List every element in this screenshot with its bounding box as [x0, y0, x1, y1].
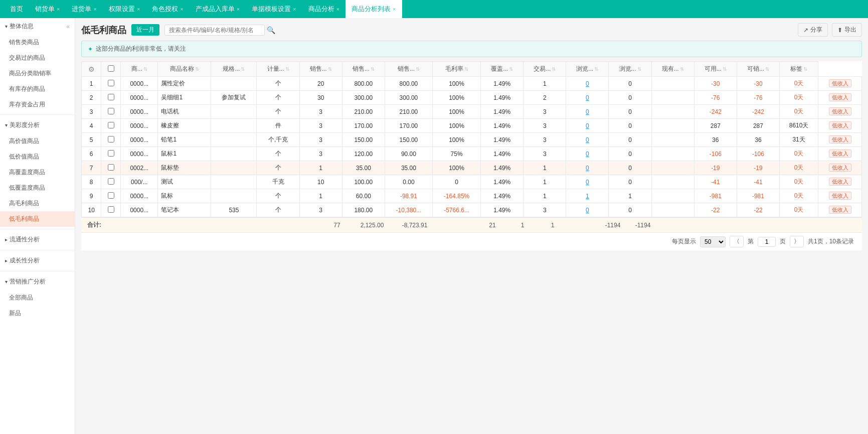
row-trade: 0 [566, 77, 609, 91]
sidebar-item-inventory-capital[interactable]: 库存资金占用 [0, 97, 75, 112]
sidebar-item-low-value[interactable]: 低价值商品 [0, 149, 75, 165]
next-page-button[interactable]: 〉 [790, 236, 804, 247]
prev-page-button[interactable]: 〈 [730, 236, 744, 247]
row-stock1: -242 [694, 105, 737, 119]
row-checkbox[interactable] [101, 175, 121, 189]
row-stock1: 287 [694, 119, 737, 133]
settings-icon-button[interactable]: ⚙ [88, 65, 95, 73]
sidebar-item-sales-products[interactable]: 销售类商品 [0, 35, 75, 50]
sidebar-item-high-value[interactable]: 高价值商品 [0, 133, 75, 149]
row-qty: 3 [299, 105, 342, 119]
sidebar-group-liquidity[interactable]: ▸ 流通性分析 [0, 231, 75, 248]
col-days-header[interactable]: 可销...⇅ [737, 62, 779, 77]
nav-purchase-order[interactable]: 进货单 × [66, 0, 102, 18]
sidebar-item-all-products[interactable]: 全部商品 [0, 290, 75, 306]
select-all-checkbox[interactable] [108, 65, 114, 72]
close-icon[interactable]: × [57, 6, 60, 12]
col-name-header[interactable]: 商品名称⇅ [158, 62, 211, 77]
sidebar-group-marketing[interactable]: ▾ 营销推广分析 [0, 273, 75, 290]
row-tag: 低收入 [818, 147, 862, 161]
sidebar-item-high-coverage[interactable]: 高覆盖度商品 [0, 165, 75, 180]
row-checkbox[interactable] [101, 91, 121, 105]
col-sales-price2-header[interactable]: 销售...⇅ [385, 62, 432, 77]
row-stock2: 36 [737, 133, 779, 147]
sidebar-item-low-margin[interactable]: 低毛利商品 [0, 211, 75, 227]
row-days: 31天 [779, 133, 818, 147]
row-trade: 0 [566, 161, 609, 175]
row-code: 000/... [121, 175, 158, 189]
sidebar-group-overall[interactable]: ▾ 整体信息 « [0, 18, 75, 35]
row-browse1: 0 [609, 119, 651, 133]
period-button[interactable]: 近一月 [131, 24, 159, 36]
col-sales-qty-header[interactable]: 销售...⇅ [299, 62, 342, 77]
sidebar-group-value-analysis[interactable]: ▾ 美彩度分析 [0, 117, 75, 133]
col-unit-header[interactable]: 计量...⇅ [257, 62, 299, 77]
row-code: 0000... [121, 105, 158, 119]
row-checkbox[interactable] [101, 119, 121, 133]
sidebar-item-in-stock[interactable]: 有库存的商品 [0, 81, 75, 97]
nav-sales-order[interactable]: 销货单 × [29, 0, 66, 18]
close-icon[interactable]: × [336, 6, 339, 12]
close-icon[interactable]: × [180, 6, 183, 12]
pagination-summary: 共1页，10条记录 [808, 237, 854, 246]
sidebar-item-category-sales-rate[interactable]: 商品分类助销率 [0, 66, 75, 81]
col-browse2-header[interactable]: 浏览...⇅ [609, 62, 651, 77]
row-browse1: 1 [609, 189, 651, 203]
page-number-input[interactable] [758, 237, 776, 247]
row-browse2 [651, 119, 694, 133]
close-icon[interactable]: × [393, 6, 396, 12]
sidebar-item-high-margin[interactable]: 高毛利商品 [0, 196, 75, 211]
total-pages-label: 页 [780, 237, 786, 246]
nav-role-auth[interactable]: 角色授权 × [146, 0, 189, 18]
search-input[interactable] [164, 25, 265, 36]
sidebar-item-traded-products[interactable]: 交易过的商品 [0, 50, 75, 66]
col-browse1-header[interactable]: 浏览...⇅ [566, 62, 609, 77]
col-coverage-header[interactable]: 覆盖...⇅ [481, 62, 524, 77]
col-sales-price1-header[interactable]: 销售...⇅ [342, 62, 385, 77]
collapse-icon[interactable]: « [66, 23, 70, 30]
export-button[interactable]: ⬆ 导出 [832, 23, 862, 37]
sidebar-item-low-coverage[interactable]: 低覆盖度商品 [0, 180, 75, 196]
search-button[interactable]: 🔍 [265, 25, 277, 35]
row-checkbox[interactable] [101, 147, 121, 161]
nav-product-entry[interactable]: 产成品入库单 × [190, 0, 246, 18]
nav-template-settings[interactable]: 单据模板设置 × [246, 0, 302, 18]
row-tag: 低收入 [818, 161, 862, 175]
col-spec-header[interactable]: 规格...⇅ [211, 62, 257, 77]
close-icon[interactable]: × [137, 6, 140, 12]
row-checkbox[interactable] [101, 189, 121, 203]
row-code: 0000... [121, 189, 158, 203]
col-stock2-header[interactable]: 可用...⇅ [694, 62, 737, 77]
row-checkbox[interactable] [101, 77, 121, 91]
nav-home[interactable]: 首页 [4, 0, 29, 18]
footer-price1: 2,125.00 [352, 222, 392, 229]
row-price2: -98.91 [385, 189, 432, 203]
per-page-select[interactable]: 50 100 200 [700, 236, 726, 247]
nav-product-analysis-list[interactable]: 商品分析列表 × [345, 0, 402, 18]
col-stock1-header[interactable]: 现有...⇅ [651, 62, 694, 77]
row-checkbox[interactable] [101, 161, 121, 175]
nav-product-analysis[interactable]: 商品分析 × [302, 0, 345, 18]
sidebar-item-new-products[interactable]: 新品 [0, 306, 75, 321]
col-code-header[interactable]: 商...⇅ [121, 62, 158, 77]
page-label: 第 [748, 237, 754, 246]
sidebar-group-growth[interactable]: ▸ 成长性分析 [0, 252, 75, 269]
data-table: ⚙ 商...⇅ 商品名称⇅ 规格...⇅ 计量...⇅ 销售...⇅ 销售...… [81, 61, 862, 217]
col-tag-header[interactable]: 标签⇅ [779, 62, 818, 77]
row-days: 0天 [779, 77, 818, 91]
row-checkbox[interactable] [101, 105, 121, 119]
row-coverage: 3 [524, 147, 566, 161]
col-checkbox[interactable] [101, 62, 121, 77]
col-settings[interactable]: ⚙ [82, 62, 101, 77]
close-icon[interactable]: × [293, 6, 296, 12]
col-trade-header[interactable]: 交易...⇅ [524, 62, 566, 77]
nav-permissions[interactable]: 权限设置 × [103, 0, 146, 18]
row-rate1: 0 [432, 175, 480, 189]
col-gross-rate-header[interactable]: 毛利率⇅ [432, 62, 480, 77]
share-button[interactable]: ↗ 分享 [798, 23, 828, 37]
row-checkbox[interactable] [101, 203, 121, 217]
close-icon[interactable]: × [237, 6, 240, 12]
close-icon[interactable]: × [93, 6, 96, 12]
row-checkbox[interactable] [101, 133, 121, 147]
footer-qty-val: 77 [322, 222, 352, 229]
